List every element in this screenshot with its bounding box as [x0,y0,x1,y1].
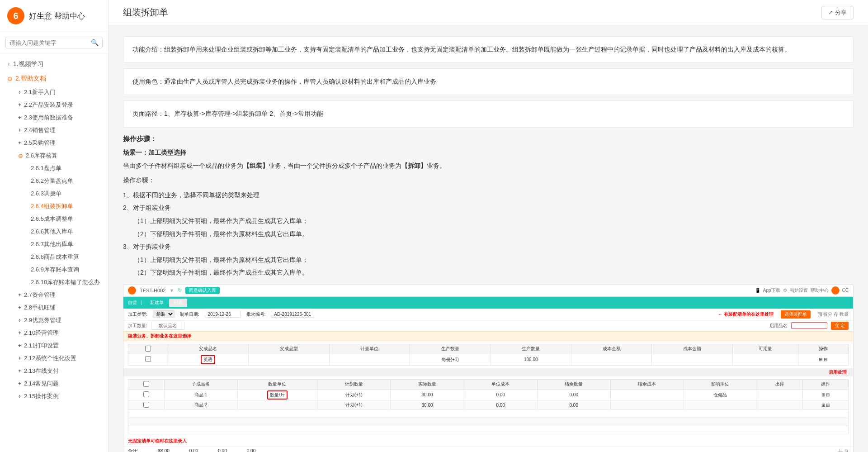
sidebar-item-install[interactable]: + 2.2产品安装及登录 [13,99,108,111]
share-icon: ↗ [828,9,833,16]
footer-pagination: 共 页 [838,448,849,452]
sidebar-item-mobile[interactable]: + 2.8手机旺铺 [13,301,108,314]
sidebar-item-payment[interactable]: + 2.13在线支付 [13,365,108,377]
main-area: 组装拆卸单 ↗ 分享 功能介绍：组装拆卸单用来处理企业组装或拆卸等加工业务，支持… [108,0,868,452]
app-logo: 6 [7,7,24,24]
share-button[interactable]: ↗ 分享 [821,6,854,19]
sidebar-item-video[interactable]: + 1.视频学习 [0,57,108,71]
sidebar-item-costrecalc[interactable]: 2.6.8商品成本重算 [25,251,108,263]
mock-upper-table-area: 父成品名 父成品型 计量单位 生产数量 生产数量 成本金额 成本金额 可用量 操… [123,341,853,368]
circle-icon14: + [18,393,21,400]
lrow1-ops: ⊞ ⊟ [802,389,848,400]
sub-col-check [128,379,165,389]
sub-col-plan: 计划数量 [317,379,391,389]
mock-date-val: 2019-12-26 [205,311,241,318]
mock-enable-label: 启用品名 [769,323,788,329]
mock-lower-table: 子成品名 数量单位 计划数量 实际数量 单位成本 结余数量 结余成本 影响库位 … [128,379,849,434]
sidebar-item-custom[interactable]: + 2.12系统个性化设置 [13,352,108,365]
mock-lower-row2: 商品 2 计划(+1) 30.00 0.00 0.00 ⊞ ⊟ [128,400,849,409]
sidebar-item-purchase[interactable]: + 2.5采购管理 [13,137,108,149]
lrow5-empty [128,426,849,434]
mock-footer: 合计: $$.00 0.00 0.00 0.00 共 页 [123,446,853,452]
mock-date-label: 制单日期: [180,311,199,318]
intro-text: 功能介绍：组装拆卸单用来处理企业组装或拆卸等加工业务，支持有固定装配清单的产品加… [132,46,791,53]
mock-helptext2: 初始设置 [790,287,808,294]
sidebar-item-print[interactable]: + 2.11打印设置 [13,339,108,352]
lrow2-ucost: 0.00 [464,400,537,409]
sidebar-item-dispatch[interactable]: 2.6.3调拨单 [25,187,108,200]
sidebar-item-help[interactable]: ⊖ 2.帮助文档 [0,71,108,86]
sidebar-item-sales[interactable]: + 2.4销售管理 [13,124,108,137]
sidebar-item-portion[interactable]: 2.6.2分量盘点单 [25,175,108,187]
mock-title-bar: TEST-H002 ▼ ↻ 同意确认入库 📱 App下载 ⚙ 初始设置 帮助中心… [123,285,853,297]
circle-icon9: + [18,330,21,336]
lrow1-unit: 数量/斤 [237,389,317,400]
lrow1-actual: 30.00 [391,389,464,400]
sidebar-item-outbound[interactable]: 2.6.7其他出库单 [25,238,108,251]
sidebar-item-inbound[interactable]: 2.6.6其他入库单 [25,225,108,238]
annotation1-text: ← 有装配清单的在这里处理 [718,311,774,318]
mock-batch-label: 批次编号: [246,311,266,318]
mock-helptext3: 帮助中心 [811,287,829,294]
lrow2-plan: 计划(+1) [317,400,391,409]
search-box[interactable]: 🔍 [5,37,103,48]
search-icon[interactable]: 🔍 [91,39,99,46]
sidebar-item-finance[interactable]: + 2.7资金管理 [13,289,108,301]
mock-fields-row: 加工类型: 组装 拆卸 制单日期: 2019-12-26 批次编号: AD-20… [123,309,853,321]
sidebar-item-ops[interactable]: + 2.10经营管理 [13,327,108,339]
sidebar-item-assembly[interactable]: 2.6.4组装拆卸单 [25,200,108,213]
mock-annotation3-area: 启用处理 [123,368,853,376]
sub-col-actual: 实际数量 [391,379,464,389]
mock-screenshot: TEST-H002 ▼ ↻ 同意确认入库 📱 App下载 ⚙ 初始设置 帮助中心… [123,285,853,452]
role-text: 使用角色：通常由生产人员或库管人员完成拆装业务的操作，库管人员确认原材料的出库和… [132,78,436,85]
sidebar-item-prepare[interactable]: + 2.3使用前数据准备 [13,111,108,124]
annotation4-text: 无固定清单可临时在这里录入 [128,438,187,443]
sidebar-item-stockcheck[interactable]: 2.6.9库存账本查询 [25,263,108,276]
circle-icon13: + [18,381,21,387]
mock-settings-icon: ⚙ [783,288,787,293]
lrow2-wh [684,400,757,409]
sidebar-item-check[interactable]: 2.6.1盘点单 [25,162,108,175]
lrow4-empty [128,418,849,426]
lrow2-rc [610,400,684,409]
nav-area: + 1.视频学习 ⊖ 2.帮助文档 + 2.1新手入门 + 2.2产品安装及登录… [0,53,108,452]
sidebar-item-stockerr[interactable]: 2.6.10库存账本错了怎么办 [25,276,108,289]
mock-lower-row5 [128,426,849,434]
mock-enable-input[interactable] [791,322,827,329]
step2-1: （1）上部明细为父件明细，最终作为产成品生成其它入库单； [134,215,854,227]
lrow2-name: 商品 2 [164,400,237,409]
mock-save-btn[interactable]: 立 定 [831,322,849,330]
sidebar-item-inventory[interactable]: ⊖ 2.6库存核算 [13,149,108,162]
sidebar-item-newbie[interactable]: + 2.1新手入门 [13,86,108,99]
sidebar-item-cost[interactable]: 2.6.5成本调整单 [25,213,108,225]
path-text: 页面路径：1、库存核算->库存管理->组装拆卸单 2、首页->常用功能 [132,110,323,117]
mock-type-select[interactable]: 组装 拆卸 [153,310,175,318]
path-card: 页面路径：1、库存核算->库存管理->组装拆卸单 2、首页->常用功能 [123,100,854,127]
mock-confirm-btn[interactable]: 同意确认入库 [185,287,220,294]
page-title: 组装拆卸单 [123,6,168,19]
row1-redbox: 英语 [201,355,215,364]
sub-col-out: 出库 [757,379,803,389]
mock-tab-list[interactable]: 列表 [169,299,187,307]
mock-select-btn[interactable]: 选择装配单 [781,310,811,319]
mock-tab-new[interactable]: 新建单 [146,299,168,307]
search-input[interactable] [9,39,91,46]
mock-nav-home[interactable]: 自营 [128,300,137,306]
step3-sub: （1）上部明细为父件明细，最终作为原材料生成其它出库单； （2）下部明细为子件明… [123,254,854,279]
lrow1-check [128,389,165,400]
col-unit: 计量单位 [329,344,410,354]
mock-dropdown-icon: ▼ [169,288,174,293]
lrow1-plan: 计划(+1) [317,389,391,400]
nav-sub-help: + 2.1新手入门 + 2.2产品安装及登录 + 2.3使用前数据准备 + 2.… [0,86,108,403]
circle-icon11: + [18,355,21,362]
col-parent-type: 父成品型 [249,344,329,354]
mock-appstore-icon: 📱 [755,288,760,293]
sidebar-item-coupon[interactable]: + 2.9优惠券管理 [13,314,108,327]
sub-col-remain-qty: 结余数量 [537,379,610,389]
step2-2: （2）下部明细为子件明细，最终作为原材料生成其它出库单。 [134,228,854,240]
sidebar-item-faq[interactable]: + 2.14常见问题 [13,377,108,390]
step3: 3、对于拆装业务 [123,241,854,253]
sidebar-item-cases[interactable]: + 2.15操作案例 [13,390,108,403]
select-all-checkbox[interactable] [145,346,151,352]
circle-icon8: + [18,317,21,324]
